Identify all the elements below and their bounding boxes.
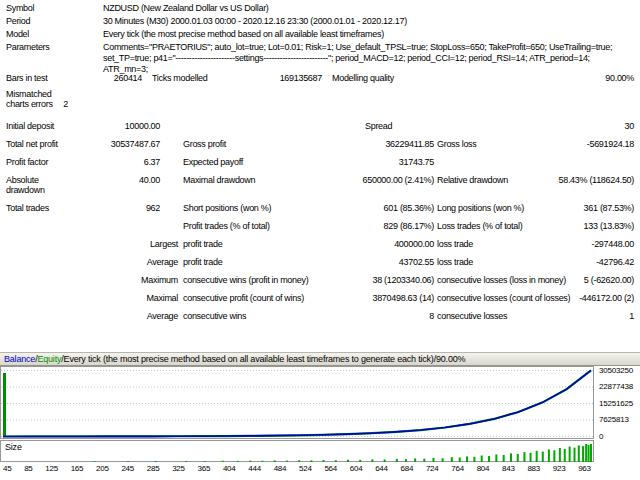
size-bar bbox=[185, 461, 187, 462]
profit-trades-cell: Profit trades (% of total) 829 (86.17%) bbox=[183, 221, 434, 232]
relative-drawdown-label: Relative drawdown bbox=[437, 175, 508, 186]
x-axis-labels: 4585125165205245285325365404444484524564… bbox=[0, 464, 594, 473]
size-bar bbox=[442, 458, 444, 462]
largest-profit-cell: profit trade 400000.00 bbox=[183, 239, 434, 250]
long-positions-cell: Long positions (won %) 361 (87.53%) bbox=[437, 203, 634, 214]
row-period: Period 30 Minutes (M30) 2000.01.03 00:00… bbox=[0, 16, 640, 29]
size-bar bbox=[274, 460, 276, 462]
size-chart-svg bbox=[1, 442, 593, 462]
row-total-trades: Total trades 962 Short positions (won %)… bbox=[0, 203, 640, 221]
net-profit-value: 30537487.67 bbox=[111, 139, 160, 150]
quality-value: 90.00% bbox=[605, 73, 634, 84]
size-bar bbox=[414, 458, 416, 462]
size-bar bbox=[423, 459, 425, 462]
size-bar bbox=[94, 461, 96, 462]
mismatch-label: Mismatched charts errors bbox=[6, 89, 54, 109]
size-bar bbox=[335, 460, 337, 462]
y-axis-label: 30503250 bbox=[599, 366, 633, 375]
short-positions-label: Short positions (won %) bbox=[183, 203, 271, 214]
long-positions-label: Long positions (won %) bbox=[437, 203, 524, 214]
x-axis-label: 963 bbox=[578, 464, 591, 473]
model-value: Every tick (the most precise method base… bbox=[103, 29, 636, 40]
size-bar bbox=[323, 460, 325, 462]
absolute-drawdown-label: Absolute drawdown bbox=[6, 175, 66, 195]
spread-value: 30 bbox=[625, 121, 634, 132]
x-axis-label: 644 bbox=[375, 464, 388, 473]
absolute-drawdown-value: 40.00 bbox=[139, 175, 160, 186]
avg-consecutive-losses-cell: consecutive losses 1 bbox=[437, 311, 634, 322]
maximum-label: Maximum bbox=[141, 275, 178, 286]
consecutive-loss-count-label: consecutive losses (count of losses) bbox=[437, 293, 570, 304]
short-positions-value: 601 (85.36%) bbox=[384, 203, 434, 214]
caption-quality: 90.00% bbox=[436, 354, 465, 364]
size-bar bbox=[222, 461, 224, 462]
row-average-consecutive: Average consecutive wins 8 consecutive l… bbox=[0, 311, 640, 329]
row-initial-deposit: Initial deposit 10000.00 Spread 30 bbox=[0, 121, 640, 139]
row-total-net-profit: Total net profit 30537487.67 Gross profi… bbox=[0, 139, 640, 157]
row-parameters: Parameters Comments="PRAETORIUS"; auto_l… bbox=[0, 42, 640, 70]
maximal-drawdown-value: 650000.00 (2.41%) bbox=[363, 175, 434, 186]
consecutive-wins-label: consecutive wins (profit in money) bbox=[183, 275, 308, 286]
deposit-value: 10000.00 bbox=[125, 121, 160, 132]
legend-balance: Balance bbox=[4, 354, 35, 364]
loss-trades-label: Loss trades (% of total) bbox=[437, 221, 522, 232]
avg-consecutive-wins-cell: consecutive wins 8 bbox=[183, 311, 434, 322]
consecutive-loss-count-value: -446172.00 (2) bbox=[579, 293, 634, 304]
average-label: Average bbox=[147, 257, 178, 268]
size-bar bbox=[530, 453, 532, 462]
gross-loss-cell: Gross loss -5691924.18 bbox=[437, 139, 634, 150]
x-axis-label: 843 bbox=[502, 464, 515, 473]
total-trades-value: 962 bbox=[146, 203, 160, 214]
total-trades-label: Total trades bbox=[6, 203, 49, 214]
average-loss-label: loss trade bbox=[437, 257, 473, 268]
x-axis-label: 325 bbox=[172, 464, 185, 473]
size-bar bbox=[574, 448, 576, 462]
size-bar bbox=[564, 449, 566, 462]
y-axis-label: 15251625 bbox=[599, 399, 633, 408]
mismatch-value: 2 bbox=[63, 99, 68, 110]
x-axis-label: 205 bbox=[96, 464, 109, 473]
size-bar bbox=[249, 461, 251, 462]
gross-loss-value: -5691924.18 bbox=[587, 139, 634, 150]
size-bar bbox=[517, 454, 519, 462]
size-bar bbox=[578, 445, 580, 462]
size-bar bbox=[588, 445, 590, 462]
chart-caption: Balance / Equity / Every tick (the most … bbox=[0, 352, 640, 366]
period-label: Period bbox=[6, 16, 30, 27]
size-bar bbox=[459, 458, 461, 463]
x-axis-label: 604 bbox=[350, 464, 363, 473]
size-bar bbox=[396, 459, 398, 462]
x-axis-label: 404 bbox=[223, 464, 236, 473]
consecutive-profit-value: 3870498.63 (14) bbox=[372, 293, 434, 304]
x-axis-label: 684 bbox=[401, 464, 414, 473]
size-bar bbox=[405, 459, 407, 462]
row-drawdown: Absolute drawdown 40.00 Maximal drawdown… bbox=[0, 175, 640, 203]
consecutive-losses-cell: consecutive losses (loss in money) 5 (-6… bbox=[437, 275, 634, 286]
profit-factor-value: 6.37 bbox=[144, 157, 160, 168]
size-bar bbox=[466, 456, 468, 462]
size-bar bbox=[371, 459, 373, 462]
caption-model-text: Every tick (the most precise method base… bbox=[64, 354, 434, 364]
x-axis-label: 444 bbox=[248, 464, 261, 473]
ticks-label: Ticks modelled bbox=[152, 73, 208, 84]
maximal-drawdown-cell: Maximal drawdown 650000.00 (2.41%) bbox=[183, 175, 434, 186]
size-bar bbox=[451, 457, 453, 462]
x-axis-label: 923 bbox=[553, 464, 566, 473]
model-label: Model bbox=[6, 29, 29, 40]
avg-consecutive-losses-label: consecutive losses bbox=[437, 311, 507, 322]
x-axis-label: 883 bbox=[527, 464, 540, 473]
quality-label: Modelling quality bbox=[332, 73, 394, 84]
consecutive-wins-cell: consecutive wins (profit in money) 38 (1… bbox=[183, 275, 434, 286]
y-axis-label: 0 bbox=[599, 432, 603, 441]
x-axis-label: 285 bbox=[147, 464, 160, 473]
size-bar bbox=[203, 461, 205, 462]
y-axis-labels: 30503250228774381525162576258130 bbox=[597, 366, 639, 439]
size-bar bbox=[237, 461, 239, 462]
size-bar bbox=[262, 461, 264, 462]
x-axis-label: 764 bbox=[451, 464, 464, 473]
y-axis-label: 7625813 bbox=[599, 415, 629, 424]
row-bars-in-test: Bars in test 260414 Ticks modelled 16913… bbox=[0, 73, 640, 89]
report-table: Symbol NZDUSD (New Zealand Dollar vs US … bbox=[0, 3, 640, 329]
size-bar bbox=[155, 461, 157, 462]
row-average-trade: Average profit trade 43702.55 loss trade… bbox=[0, 257, 640, 275]
